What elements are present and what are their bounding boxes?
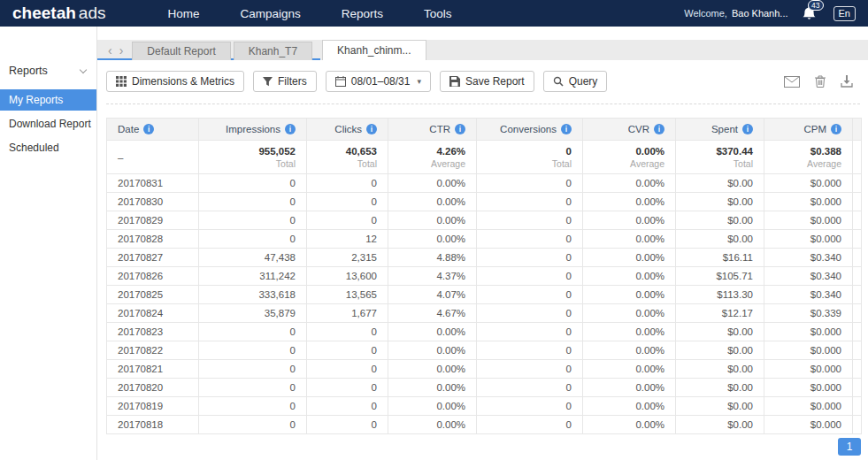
value-cell: 13,565: [307, 286, 388, 304]
info-icon[interactable]: i: [455, 124, 465, 134]
info-icon[interactable]: i: [831, 124, 841, 134]
brand-light: ads: [79, 4, 106, 22]
value-cell: 0: [307, 397, 388, 416]
filters-button[interactable]: Filters: [253, 71, 317, 92]
value-cell: 0: [307, 416, 388, 434]
value-cell: $0.339: [764, 304, 853, 323]
delete-button[interactable]: [815, 75, 826, 88]
query-button[interactable]: Query: [543, 71, 608, 92]
sidebar-item-my-reports[interactable]: My Reports: [0, 89, 96, 111]
value-cell: 0: [199, 211, 307, 230]
value-cell: 0.00%: [583, 341, 676, 360]
spacer-cell: [853, 286, 862, 304]
value-cell: 12: [307, 230, 388, 249]
nav-home[interactable]: Home: [167, 7, 199, 20]
value-cell: $0.000: [764, 397, 853, 416]
tab-scroll-right-icon[interactable]: ›: [116, 44, 127, 57]
tab-khanh-t7[interactable]: Khanh_T7: [234, 42, 312, 60]
value-cell: 0.00%: [583, 211, 676, 230]
value-cell: 0.00%: [583, 174, 676, 193]
info-icon[interactable]: i: [742, 124, 753, 134]
total-row: –955,052Total40,653Total4.26%Average0Tot…: [107, 141, 862, 174]
column-header-cvr[interactable]: CVRi: [583, 119, 676, 141]
value-cell: 0.00%: [583, 416, 676, 434]
date-cell: 20170820: [107, 379, 199, 397]
column-header-date[interactable]: Datei: [107, 119, 199, 141]
download-button[interactable]: [841, 75, 853, 88]
info-icon[interactable]: i: [561, 124, 572, 134]
report-toolbar: Dimensions & Metrics Filters 08/01–08/31…: [97, 60, 868, 92]
filters-label: Filters: [278, 75, 307, 88]
value-cell: $0.00: [676, 211, 764, 230]
mail-button[interactable]: [784, 76, 800, 88]
value-cell: $0.00: [676, 174, 764, 193]
sidebar-item-scheduled[interactable]: Scheduled: [0, 137, 96, 158]
nav-reports[interactable]: Reports: [342, 7, 383, 20]
total-sublabel: Average: [399, 158, 465, 169]
date-cell: 20170818: [107, 416, 199, 434]
username[interactable]: Bao Khanh...: [732, 8, 788, 19]
value-cell: 0: [477, 230, 583, 249]
spacer-cell: [853, 267, 862, 286]
value-cell: 0: [477, 360, 583, 379]
info-icon[interactable]: i: [654, 124, 664, 134]
table-row: 20170821000.00%00.00%$0.00$0.000: [107, 360, 862, 379]
value-cell: $0.000: [764, 174, 853, 193]
column-header-ctr[interactable]: CTRi: [388, 119, 477, 141]
value-cell: 4.07%: [388, 286, 477, 304]
column-header-spent[interactable]: Spenti: [676, 119, 764, 141]
calendar-icon: [335, 76, 346, 87]
info-icon[interactable]: i: [285, 124, 296, 134]
column-label: Clicks: [334, 124, 362, 134]
date-range-label: 08/01–08/31: [351, 75, 411, 88]
column-header-clicks[interactable]: Clicksi: [307, 119, 388, 141]
tab-khanh-chinm[interactable]: Khanh_chinm...: [322, 40, 426, 60]
brand-logo[interactable]: cheetahads: [12, 4, 105, 23]
value-cell: 35,879: [199, 304, 307, 323]
info-icon[interactable]: i: [366, 124, 377, 134]
nav-campaigns[interactable]: Campaigns: [240, 7, 300, 20]
total-value: $0.388: [775, 146, 841, 157]
column-header-cpm[interactable]: CPMi: [764, 119, 853, 141]
column-label: Date: [118, 124, 139, 134]
sidebar-section-reports[interactable]: Reports: [0, 65, 96, 89]
query-label: Query: [569, 75, 598, 88]
value-cell: 0.00%: [388, 360, 477, 379]
value-cell: 0: [477, 304, 583, 323]
value-cell: 0.00%: [583, 304, 676, 323]
total-date-cell: –: [107, 141, 199, 174]
total-cell: 955,052Total: [199, 141, 307, 174]
column-label: Spent: [711, 124, 738, 134]
value-cell: 0: [477, 249, 583, 267]
mail-icon: [784, 76, 800, 88]
welcome-label: Welcome,: [684, 8, 727, 19]
value-cell: 0: [307, 360, 388, 379]
value-cell: 0: [477, 323, 583, 341]
tab-scroll-left-icon[interactable]: ‹: [104, 44, 116, 57]
table-row: 20170830000.00%00.00%$0.00$0.000: [107, 193, 862, 211]
table-row: 20170825333,61813,5654.07%00.00%$113.30$…: [107, 286, 862, 304]
column-header-impressions[interactable]: Impressionsi: [199, 119, 307, 141]
tab-default-report[interactable]: Default Report: [132, 42, 230, 60]
save-report-button[interactable]: Save Report: [440, 71, 534, 92]
pagination-page-1[interactable]: 1: [838, 438, 861, 456]
trash-icon: [815, 75, 826, 88]
language-button[interactable]: En: [833, 6, 856, 21]
value-cell: $16.11: [676, 249, 764, 267]
value-cell: 0.00%: [583, 249, 676, 267]
value-cell: 0.00%: [583, 397, 676, 416]
value-cell: 0.00%: [583, 360, 676, 379]
notifications-button[interactable]: 43: [803, 6, 816, 20]
info-icon[interactable]: i: [143, 124, 154, 134]
dimensions-metrics-button[interactable]: Dimensions & Metrics: [106, 71, 244, 92]
column-header-conversions[interactable]: Conversionsi: [477, 119, 583, 141]
total-value: 4.26%: [399, 146, 465, 157]
sidebar-item-download-report[interactable]: Download Report: [0, 113, 96, 134]
date-range-button[interactable]: 08/01–08/31 ▾: [326, 71, 431, 92]
nav-tools[interactable]: Tools: [424, 7, 452, 20]
value-cell: $0.000: [764, 416, 853, 434]
top-navbar: cheetahads Home Campaigns Reports Tools …: [0, 0, 868, 27]
table-row: 20170818000.00%00.00%$0.00$0.000: [107, 416, 862, 434]
main-content: ‹ › Default Report Khanh_T7 Khanh_chinm.…: [97, 27, 868, 460]
value-cell: 0.00%: [388, 230, 477, 249]
